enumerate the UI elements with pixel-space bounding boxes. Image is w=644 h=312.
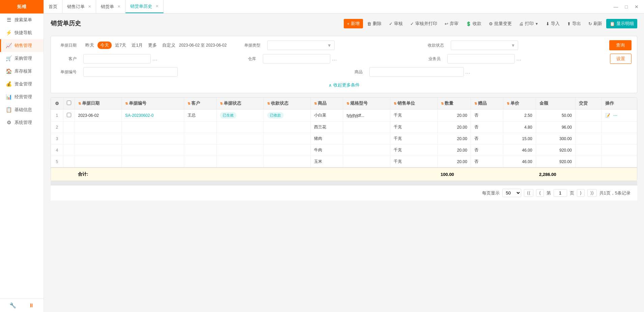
pause-bottom-icon[interactable]: ⏸	[29, 303, 34, 309]
edit-action-icon[interactable]: 📝	[605, 113, 610, 118]
th-date[interactable]: ⇅ 单据日期	[75, 98, 122, 109]
maximize-button[interactable]: □	[623, 3, 630, 10]
product-dots[interactable]: …	[465, 69, 471, 75]
close-button[interactable]: ✕	[633, 3, 641, 10]
horizontal-scrollbar[interactable]	[51, 181, 637, 185]
th-spec[interactable]: ⇅ 规格型号	[343, 98, 390, 109]
import-icon: ⬇	[546, 21, 550, 26]
th-unit[interactable]: ⇅ 销售单位	[390, 98, 438, 109]
audit-print-button[interactable]: ✓ 审核并打印	[407, 19, 441, 28]
doc-type-select[interactable]: ▼	[267, 41, 335, 50]
page-number-input[interactable]	[554, 189, 567, 197]
settings-bottom-icon[interactable]: 🔧	[9, 302, 16, 309]
customer-dots[interactable]: …	[152, 56, 158, 62]
tab-sales-order-label: 销售订单	[67, 4, 85, 10]
doc-number-input[interactable]	[83, 67, 178, 77]
summary-empty3	[503, 167, 536, 181]
salesperson-label: 业务员	[425, 56, 441, 62]
warehouse-input[interactable]	[263, 54, 330, 63]
th-collect-status[interactable]: ⇅ 收款状态	[263, 98, 311, 109]
first-page-button[interactable]: ⟨⟨	[524, 189, 533, 197]
th-quantity[interactable]: ⇅ 数量	[437, 98, 471, 109]
show-detail-button[interactable]: 📋 显示明细	[606, 19, 637, 28]
doc-type-label: 单据类型	[242, 43, 260, 48]
row-customer	[184, 156, 216, 168]
print-button[interactable]: 🖨 打印 ▼	[516, 19, 542, 28]
tab-sales-goods-close[interactable]: ✕	[117, 4, 120, 9]
th-number[interactable]: ⇅ 单据编号	[122, 98, 184, 109]
today-shortcut[interactable]: 今天	[97, 42, 112, 49]
sidebar-item-sys-mgmt[interactable]: ⚙ 系统管理	[0, 116, 44, 129]
row-amount: 300.00	[536, 133, 575, 145]
th-doc-status[interactable]: ⇅ 单据状态	[216, 98, 263, 109]
print-icon: 🖨	[519, 21, 524, 26]
prev-page-button[interactable]: ⟨	[536, 189, 544, 197]
sidebar-item-label: 基础信息	[15, 107, 32, 113]
row-num: 2	[51, 122, 63, 133]
audit-icon: ✓	[389, 21, 393, 26]
tab-sales-history[interactable]: 销货单历史 ✕	[125, 0, 164, 13]
query-button[interactable]: 查询	[609, 40, 632, 50]
tab-home[interactable]: 首页	[44, 0, 62, 13]
salesperson-input[interactable]	[447, 54, 515, 63]
table-settings-icon[interactable]: ⚙	[55, 101, 59, 106]
export-button[interactable]: ⬆ 导出	[564, 19, 584, 28]
th-price[interactable]: ⇅ 单价	[503, 98, 536, 109]
add-button[interactable]: + 新增	[344, 19, 363, 28]
salesperson-dots[interactable]: …	[516, 56, 522, 62]
per-page-select[interactable]: 50 100 200	[502, 189, 521, 197]
warehouse-dots[interactable]: …	[332, 56, 337, 62]
filter-row-docnum: 单据编号 商品 …	[56, 67, 632, 77]
table-row: 1 2023-06-02 SA-20230602-0 王总 已生效 已收款 小白…	[51, 109, 637, 122]
tab-sales-goods[interactable]: 销货单 ✕	[96, 0, 125, 13]
more-shortcut[interactable]: 更多	[146, 42, 159, 49]
row-quantity: 20.00	[437, 156, 471, 168]
collect-button[interactable]: 💲 收款	[463, 19, 485, 28]
th-settings[interactable]: ⚙	[51, 98, 63, 109]
row-number	[122, 145, 184, 156]
sidebar-item-sales-mgmt[interactable]: 📈 销售管理	[0, 39, 44, 52]
tab-sales-order[interactable]: 销售订单 ✕	[62, 0, 96, 13]
sidebar-logo: 拓维	[0, 0, 44, 14]
next-page-button[interactable]: ⟩	[577, 189, 585, 197]
more-action-icon[interactable]: ⋯	[613, 113, 617, 118]
delete-button[interactable]: 🗑 删除	[364, 19, 385, 28]
th-product[interactable]: ⇅ 商品	[311, 98, 343, 109]
tab-bar-end: — □ ✕	[612, 3, 644, 10]
week-shortcut[interactable]: 近7天	[113, 42, 128, 49]
minimize-button[interactable]: —	[612, 3, 620, 10]
row-collect-status	[263, 156, 311, 168]
doc-number-link[interactable]: SA-20230602-0	[125, 113, 153, 118]
select-all-checkbox[interactable]	[67, 101, 71, 105]
sidebar-item-purchase-mgmt[interactable]: 🛒 采购管理	[0, 52, 44, 65]
sidebar-item-operations[interactable]: 📊 经营管理	[0, 90, 44, 103]
abandon-button[interactable]: ↩ 弃审	[441, 19, 462, 28]
row-collect-status: 已收款	[263, 109, 311, 122]
last-page-button[interactable]: ⟩⟩	[587, 189, 597, 197]
sidebar-item-quick-nav[interactable]: ⚡ 快捷导航	[0, 26, 44, 39]
tab-sales-order-close[interactable]: ✕	[88, 4, 91, 9]
sidebar-item-search-menu[interactable]: ☰ 搜索菜单	[0, 14, 44, 26]
batch-change-button[interactable]: ⚙ 批量变更	[485, 19, 515, 28]
th-gift[interactable]: ⇅ 赠品	[471, 98, 503, 109]
sidebar-item-inventory[interactable]: 🏠 库存核算	[0, 65, 44, 78]
set-button[interactable]: 设置	[610, 54, 632, 64]
audit-button[interactable]: ✓ 审核	[386, 19, 406, 28]
date-label: 单据日期	[56, 43, 77, 48]
month-shortcut[interactable]: 近1月	[130, 42, 145, 49]
tab-sales-history-close[interactable]: ✕	[156, 4, 159, 8]
sidebar-item-basic-info[interactable]: 📋 基础信息	[0, 103, 44, 116]
audit-print-icon: ✓	[410, 21, 414, 26]
th-customer[interactable]: ⇅ 客户	[184, 98, 216, 109]
custom-shortcut[interactable]: 自定义	[160, 42, 177, 49]
import-button[interactable]: ⬇ 导入	[542, 19, 563, 28]
sidebar: 拓维 ☰ 搜索菜单 ⚡ 快捷导航 📈 销售管理 🛒 采购管理 🏠 库存核算 💰 …	[0, 0, 44, 312]
refresh-button[interactable]: ↻ 刷新	[585, 19, 606, 28]
customer-input[interactable]	[83, 54, 151, 63]
product-input[interactable]	[369, 67, 464, 77]
yesterday-shortcut[interactable]: 昨天	[83, 42, 96, 49]
sidebar-item-finance[interactable]: 💰 资金管理	[0, 78, 44, 90]
collapse-button[interactable]: ∧ 收起更多条件	[56, 80, 632, 89]
row-checkbox[interactable]	[67, 113, 71, 117]
collect-status-select[interactable]: ▼	[451, 41, 518, 50]
